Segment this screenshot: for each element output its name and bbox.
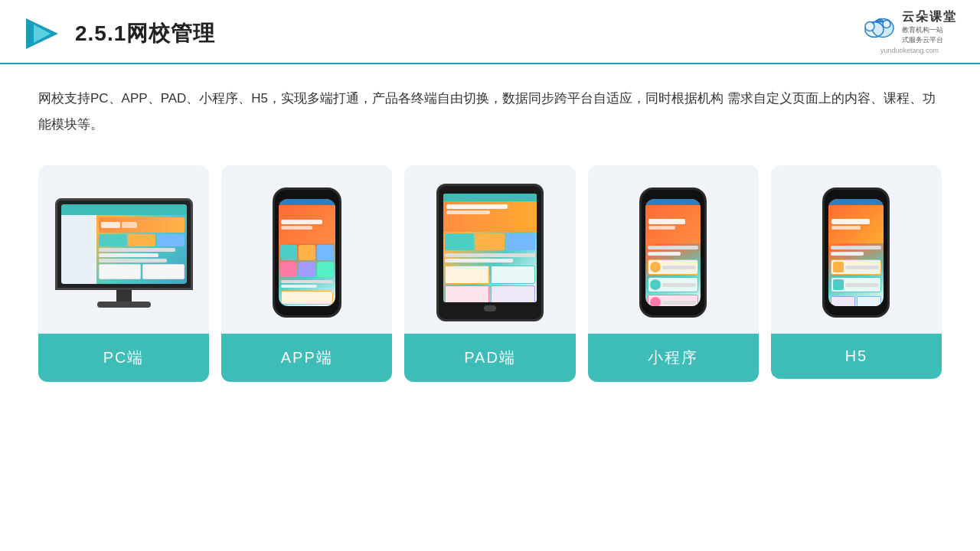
miniapp-image-area (588, 165, 759, 334)
brand-logo: 云朵课堂 教育机构一站 式服务云平台 yunduoketang.com (862, 9, 957, 54)
h5-label: H5 (771, 334, 942, 379)
pc-card: PC端 (38, 165, 209, 382)
svg-point-6 (865, 21, 874, 31)
pc-label: PC端 (38, 334, 209, 382)
description-text: 网校支持PC、APP、PAD、小程序、H5，实现多端打通，产品各终端自由切换，数… (38, 86, 942, 138)
app-card: APP端 (221, 165, 392, 382)
device-cards-row: PC端 (38, 165, 942, 382)
page-header: 2.5.1网校管理 云朵课堂 教育机构一站 式服务云平台 yunduoketan… (0, 0, 980, 64)
miniapp-phone (639, 187, 707, 318)
pc-monitor (55, 198, 193, 308)
app-label: APP端 (221, 334, 392, 382)
pad-card: PAD端 (404, 165, 575, 382)
brand-text: 云朵课堂 教育机构一站 式服务云平台 (902, 9, 957, 45)
app-phone (273, 187, 341, 318)
pc-image-area (38, 165, 209, 334)
cloud-icon (862, 14, 897, 40)
app-image-area (221, 165, 392, 334)
pad-image-area (404, 165, 575, 334)
svg-rect-8 (876, 20, 884, 22)
svg-point-7 (883, 20, 890, 28)
main-content: 网校支持PC、APP、PAD、小程序、H5，实现多端打通，产品各终端自由切换，数… (0, 64, 980, 397)
h5-image-area (771, 165, 942, 334)
pad-label: PAD端 (404, 334, 575, 382)
logo-arrow-icon (23, 14, 63, 54)
h5-phone (822, 187, 890, 318)
pad-tablet (436, 184, 544, 321)
h5-card: H5 (771, 165, 942, 379)
page-title: 2.5.1网校管理 (75, 19, 215, 48)
miniapp-label: 小程序 (588, 334, 759, 382)
miniapp-card: 小程序 (588, 165, 759, 382)
